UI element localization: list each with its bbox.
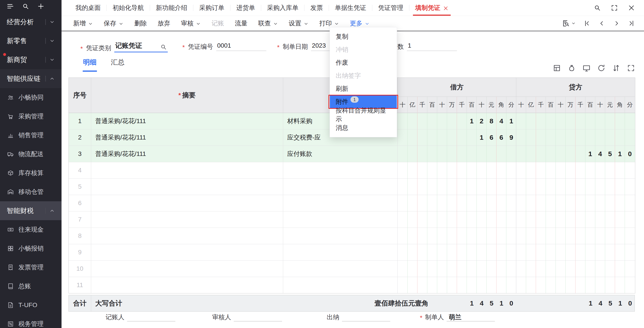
digit-cell[interactable] — [576, 261, 586, 277]
digit-cell[interactable] — [566, 277, 576, 293]
view-tab-1[interactable]: 明细 — [83, 58, 96, 72]
digit-cell[interactable] — [595, 228, 605, 244]
digit-cell[interactable] — [595, 211, 605, 228]
digit-cell[interactable] — [467, 244, 477, 260]
digit-cell[interactable] — [418, 211, 427, 228]
digit-cell[interactable] — [496, 146, 506, 162]
row-seq[interactable]: 10 — [69, 261, 91, 277]
digit-cell[interactable] — [526, 113, 536, 129]
digit-cell[interactable] — [536, 113, 546, 129]
digit-cell[interactable] — [457, 146, 467, 162]
digit-cell[interactable]: 5 — [605, 146, 615, 162]
voucher-row-9[interactable]: 9 — [69, 244, 635, 261]
digit-cell[interactable] — [437, 277, 447, 293]
digit-cell[interactable] — [586, 261, 595, 277]
digit-cell[interactable] — [467, 261, 477, 277]
digit-cell[interactable] — [595, 277, 605, 293]
digit-cell[interactable] — [586, 162, 595, 178]
digit-cell[interactable] — [516, 113, 526, 129]
digit-cell[interactable] — [576, 195, 586, 211]
digit-cell[interactable] — [516, 244, 526, 260]
more-menu-item-2[interactable]: 冲销 — [330, 43, 397, 56]
digit-cell[interactable] — [408, 244, 418, 260]
digit-cell[interactable] — [427, 129, 437, 146]
digit-cell[interactable] — [546, 146, 556, 162]
sidebar-group-1[interactable]: 经营分析 — [0, 13, 62, 32]
digit-cell[interactable] — [526, 261, 536, 277]
digit-cell[interactable] — [546, 179, 556, 195]
digit-cell[interactable] — [625, 113, 635, 129]
digit-cell[interactable] — [536, 162, 546, 178]
digit-cell[interactable] — [437, 244, 447, 260]
digit-cell[interactable] — [605, 277, 615, 293]
digit-cell[interactable] — [496, 261, 506, 277]
digit-cell[interactable] — [625, 129, 635, 146]
nav-first-button[interactable] — [583, 20, 590, 27]
digit-cell[interactable] — [447, 211, 457, 228]
digit-cell[interactable] — [486, 146, 496, 162]
digit-cell[interactable] — [477, 244, 486, 260]
digit-cell[interactable] — [437, 162, 447, 178]
digit-cell[interactable]: 1 — [506, 113, 516, 129]
row-seq[interactable]: 2 — [69, 129, 91, 146]
digit-cell[interactable] — [586, 179, 595, 195]
digit-cell[interactable] — [586, 113, 595, 129]
sidebar-item-5-6[interactable]: 税务管理 — [0, 314, 62, 328]
moneybag-button[interactable] — [568, 64, 576, 72]
digit-cell[interactable] — [605, 195, 615, 211]
digit-cell[interactable] — [447, 244, 457, 260]
digit-cell[interactable] — [486, 162, 496, 178]
tab-5[interactable]: 进货单 — [230, 0, 261, 16]
digit-cell[interactable] — [595, 113, 605, 129]
digit-cell[interactable] — [486, 277, 496, 293]
digit-cell[interactable]: 6 — [486, 129, 496, 146]
toolbar-button-2[interactable]: 保存 — [98, 19, 129, 28]
digit-cell[interactable] — [566, 146, 576, 162]
digit-cell[interactable] — [615, 195, 625, 211]
row-seq[interactable]: 11 — [69, 277, 91, 293]
tab-2[interactable]: 初始化导航 — [107, 0, 150, 16]
search-button[interactable] — [594, 4, 601, 12]
digit-cell[interactable] — [437, 179, 447, 195]
tab-7[interactable]: 发票 — [304, 0, 329, 16]
digit-cell[interactable] — [427, 113, 437, 129]
digit-cell[interactable] — [526, 244, 536, 260]
digit-cell[interactable] — [615, 277, 625, 293]
tab-close-button[interactable] — [440, 4, 448, 12]
digit-cell[interactable] — [418, 146, 427, 162]
more-menu-item-1[interactable]: 复制 — [330, 30, 397, 43]
sidebar-item-5-5[interactable]: T-UFO — [0, 296, 62, 314]
digit-cell[interactable] — [586, 129, 595, 146]
row-summary[interactable] — [91, 179, 283, 195]
digit-cell[interactable] — [576, 179, 586, 195]
digit-cell[interactable] — [556, 146, 566, 162]
row-summary[interactable] — [91, 228, 283, 244]
digit-cell[interactable] — [477, 261, 486, 277]
digit-cell[interactable] — [447, 113, 457, 129]
digit-cell[interactable] — [506, 195, 516, 211]
digit-cell[interactable] — [546, 228, 556, 244]
digit-cell[interactable]: 1 — [586, 146, 595, 162]
digit-cell[interactable] — [427, 261, 437, 277]
digit-cell[interactable] — [516, 261, 526, 277]
row-summary[interactable]: 普通采购/花花/111 — [91, 113, 283, 129]
digit-cell[interactable] — [536, 129, 546, 146]
digit-cell[interactable] — [418, 228, 427, 244]
sidebar-group-2[interactable]: 新零售 — [0, 32, 62, 50]
digit-cell[interactable] — [556, 228, 566, 244]
row-seq[interactable]: 7 — [69, 211, 91, 228]
sidebar-item-5-1[interactable]: 往来现金 — [0, 220, 62, 239]
digit-cell[interactable] — [516, 162, 526, 178]
digit-cell[interactable] — [625, 244, 635, 260]
digit-cell[interactable] — [477, 277, 486, 293]
digit-cell[interactable] — [457, 244, 467, 260]
digit-cell[interactable] — [506, 211, 516, 228]
digit-cell[interactable] — [605, 244, 615, 260]
digit-cell[interactable] — [605, 162, 615, 178]
digit-cell[interactable] — [615, 228, 625, 244]
expand-button[interactable] — [627, 64, 635, 72]
toolbar-button-9[interactable]: 设置 — [284, 19, 314, 28]
toolbar-button-10[interactable]: 打印 — [314, 19, 344, 28]
digit-cell[interactable]: 8 — [486, 113, 496, 129]
sidebar-group-3[interactable]: 新商贸 — [0, 50, 62, 69]
